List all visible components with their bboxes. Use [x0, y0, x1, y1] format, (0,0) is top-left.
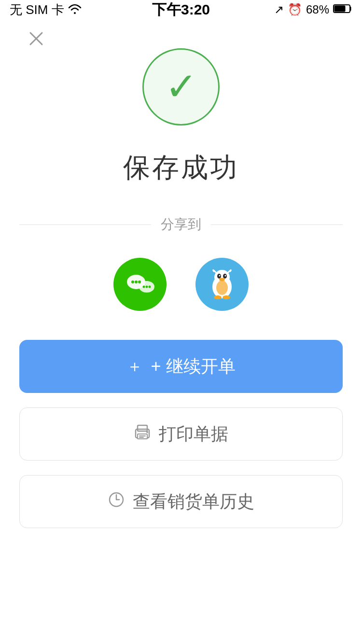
- wechat-share-button[interactable]: [113, 258, 167, 311]
- svg-point-12: [148, 285, 151, 288]
- svg-point-21: [214, 295, 222, 299]
- wifi-icon: [68, 2, 82, 17]
- svg-rect-1: [334, 6, 346, 12]
- svg-point-8: [138, 280, 141, 283]
- svg-point-28: [146, 431, 148, 433]
- history-icon: [108, 491, 125, 512]
- share-label: 分享到: [161, 215, 201, 234]
- carrier-text: 无 SIM 卡: [10, 1, 64, 18]
- svg-point-22: [223, 295, 230, 299]
- svg-point-11: [145, 285, 148, 288]
- location-icon: ↗: [274, 3, 284, 16]
- qq-share-button[interactable]: [195, 258, 249, 311]
- share-divider: 分享到: [19, 215, 343, 234]
- svg-rect-24: [138, 425, 147, 431]
- action-buttons: ＋ + 继续开单 打印单据: [0, 340, 362, 528]
- continue-order-button[interactable]: ＋ + 继续开单: [19, 340, 343, 393]
- status-right-group: ↗ ⏰ 68%: [274, 3, 352, 16]
- status-time: 下午3:20: [152, 0, 210, 20]
- checkmark-icon: ✓: [165, 68, 197, 106]
- svg-point-10: [142, 285, 145, 288]
- svg-point-6: [131, 280, 134, 283]
- plus-icon: ＋: [126, 355, 143, 378]
- status-bar: 无 SIM 卡 下午3:20 ↗ ⏰ 68%: [0, 0, 362, 19]
- close-button[interactable]: [24, 27, 48, 51]
- history-button[interactable]: 查看销货单历史: [19, 475, 343, 528]
- success-icon-circle: ✓: [142, 48, 220, 126]
- svg-point-17: [219, 275, 221, 277]
- battery-icon: [333, 3, 352, 16]
- print-label: 打印单据: [159, 422, 228, 446]
- svg-point-20: [216, 280, 228, 295]
- share-section: 分享到: [0, 215, 362, 311]
- print-icon: [134, 423, 151, 445]
- alarm-icon: ⏰: [288, 3, 302, 16]
- print-button[interactable]: 打印单据: [19, 407, 343, 461]
- svg-point-18: [225, 275, 226, 277]
- share-icons-row: [19, 258, 343, 311]
- svg-point-7: [135, 280, 138, 283]
- main-content: ✓ 保存成功 分享到: [0, 19, 362, 528]
- continue-order-label: + 继续开单: [151, 355, 235, 378]
- history-label: 查看销货单历史: [133, 490, 254, 514]
- success-title: 保存成功: [123, 150, 239, 186]
- battery-text: 68%: [306, 3, 329, 16]
- status-carrier: 无 SIM 卡: [10, 1, 82, 18]
